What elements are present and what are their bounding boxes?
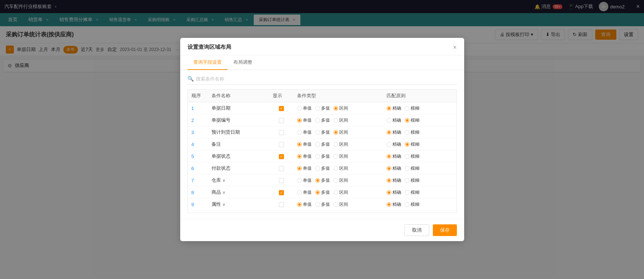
radio-dot-icon (387, 202, 391, 207)
type-radio-item[interactable]: 单值 (297, 105, 312, 111)
type-radio-item[interactable]: 多值 (315, 153, 330, 160)
radio-dot-icon (387, 178, 391, 183)
table-row: 6付款状态单值多值区间精确模糊 (188, 162, 457, 174)
radio-dot-icon (297, 190, 302, 195)
type-radio-item[interactable]: 多值 (315, 165, 330, 172)
match-radio-item[interactable]: 模糊 (405, 165, 419, 172)
row-type: 单值多值区间 (293, 138, 383, 150)
overlay: 设置查询区域布局 × 查询字段设置 布局调整 🔍 顺序 条件名称 (0, 0, 644, 279)
type-radio-item[interactable]: 单值 (297, 165, 312, 172)
save-button[interactable]: 保存 (433, 224, 457, 236)
display-checkbox[interactable] (279, 166, 284, 171)
tab-layout-adjust[interactable]: 布局调整 (228, 55, 258, 70)
type-radio-item[interactable]: 区间 (333, 129, 348, 135)
row-display (269, 174, 293, 186)
type-radio-item[interactable]: 单值 (297, 117, 312, 123)
type-radio-item[interactable]: 多值 (315, 201, 330, 208)
row-type: 单值多值区间 (293, 102, 383, 114)
type-radio-item[interactable]: 区间 (333, 165, 348, 172)
type-radio-item[interactable]: 多值 (315, 177, 330, 184)
match-radio-item[interactable]: 模糊 (405, 105, 419, 111)
cancel-button[interactable]: 取消 (404, 224, 429, 236)
display-checkbox[interactable] (279, 190, 284, 195)
radio-label: 模糊 (411, 165, 419, 172)
row-type: 单值多值区间 (293, 174, 383, 186)
type-radio-item[interactable]: 单值 (297, 141, 312, 148)
type-radio-item[interactable]: 多值 (315, 141, 330, 148)
match-radio-item[interactable]: 精确 (387, 177, 401, 184)
display-checkbox[interactable] (279, 154, 284, 159)
radio-dot-icon (333, 178, 338, 183)
radio-dot-icon (333, 154, 338, 159)
display-checkbox[interactable] (279, 178, 284, 183)
type-radio-item[interactable]: 区间 (333, 177, 348, 184)
type-radio-item[interactable]: 单值 (297, 153, 312, 160)
type-radio-item[interactable]: 区间 (333, 201, 348, 208)
display-checkbox[interactable] (279, 142, 284, 147)
row-order: 6 (188, 162, 208, 174)
type-radio-item[interactable]: 区间 (333, 141, 348, 148)
type-radio-item[interactable]: 多值 (315, 129, 330, 135)
type-radio-item[interactable]: 区间 (333, 189, 348, 196)
match-radio-item[interactable]: 模糊 (405, 153, 419, 160)
row-display (269, 150, 293, 162)
type-radio-item[interactable]: 区间 (333, 105, 348, 111)
dialog-close-button[interactable]: × (453, 44, 457, 51)
radio-dot-icon (405, 154, 410, 159)
match-radio-item[interactable]: 模糊 (405, 201, 419, 208)
row-match: 精确模糊 (383, 114, 456, 126)
match-radio-item[interactable]: 精确 (387, 165, 401, 172)
radio-dot-icon (333, 202, 338, 207)
row-name: 备注 (208, 138, 269, 150)
display-checkbox[interactable] (279, 202, 284, 207)
radio-dot-icon (297, 142, 302, 147)
row-match: 精确模糊 (383, 199, 456, 211)
type-radio-item[interactable]: 单值 (297, 189, 312, 196)
row-display (269, 102, 293, 114)
type-radio-item[interactable]: 区间 (333, 153, 348, 160)
match-radio-item[interactable]: 模糊 (405, 177, 419, 184)
match-radio-item[interactable]: 模糊 (405, 189, 419, 196)
display-checkbox[interactable] (279, 106, 284, 111)
radio-label: 单值 (303, 129, 312, 135)
table-row: 8商品 ∨单值多值区间精确模糊 (188, 186, 457, 199)
match-radio-item[interactable]: 模糊 (405, 141, 419, 148)
type-radio-item[interactable]: 单值 (297, 201, 312, 208)
display-checkbox[interactable] (279, 130, 284, 135)
display-checkbox[interactable] (279, 118, 284, 123)
radio-label: 精确 (392, 117, 401, 123)
row-display (269, 126, 293, 138)
radio-label: 精确 (392, 189, 401, 196)
match-radio-item[interactable]: 模糊 (405, 129, 419, 135)
match-radio-item[interactable]: 精确 (387, 153, 401, 160)
type-radio-item[interactable]: 多值 (315, 105, 330, 111)
type-radio-item[interactable]: 多值 (315, 189, 330, 196)
type-radio-item[interactable]: 单值 (297, 129, 312, 135)
col-header-match: 匹配原则 (383, 90, 456, 102)
radio-dot-icon (315, 178, 320, 183)
settings-table-scroll[interactable]: 顺序 条件名称 显示 条件类型 匹配原则 1单据日期单值多值区间精确模糊2单据编… (187, 89, 457, 213)
radio-label: 单值 (303, 117, 312, 123)
radio-label: 模糊 (411, 105, 419, 111)
row-name: 属性 ∨ (208, 199, 269, 211)
radio-label: 多值 (321, 105, 330, 111)
match-radio-item[interactable]: 精确 (387, 141, 401, 148)
row-order: 8 (188, 186, 208, 199)
search-input[interactable] (196, 76, 457, 82)
row-order: 10 (188, 211, 208, 213)
radio-label: 区间 (339, 177, 348, 184)
radio-label: 单值 (303, 165, 312, 172)
type-radio-item[interactable]: 单值 (297, 177, 312, 184)
match-radio-item[interactable]: 模糊 (405, 117, 419, 123)
type-radio-item[interactable]: 多值 (315, 117, 330, 123)
match-radio-item[interactable]: 精确 (387, 201, 401, 208)
match-radio-item[interactable]: 精确 (387, 189, 401, 196)
radio-dot-icon (387, 154, 391, 159)
radio-dot-icon (315, 130, 320, 135)
match-radio-item[interactable]: 精确 (387, 129, 401, 135)
type-radio-item[interactable]: 区间 (333, 117, 348, 123)
match-radio-item[interactable]: 精确 (387, 105, 401, 111)
match-radio-item[interactable]: 精确 (387, 117, 401, 123)
tab-query-fields[interactable]: 查询字段设置 (187, 55, 228, 70)
radio-dot-icon (333, 142, 338, 147)
